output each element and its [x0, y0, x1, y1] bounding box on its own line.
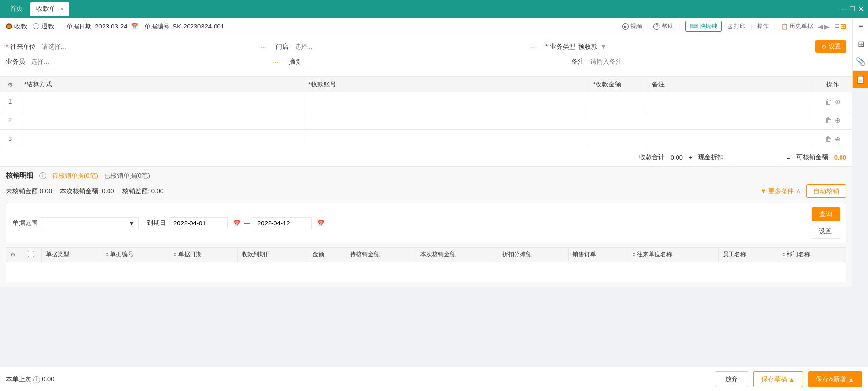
row-copy-icon[interactable]: ⊕: [835, 116, 841, 124]
query-button[interactable]: 查询: [812, 207, 840, 221]
radio-receipt[interactable]: 收款: [6, 22, 27, 31]
writeoff-section: 核销明细 i 待核销单据(0笔) 已核销单据(0笔) 未核销金额 0.00 本次…: [0, 167, 852, 287]
pending-link[interactable]: 待核销单据(0笔): [52, 171, 98, 180]
cell-settlement-3[interactable]: [20, 130, 304, 148]
remark-input[interactable]: [587, 56, 846, 67]
print-link[interactable]: 🖨 打印: [727, 22, 746, 30]
nav-prev[interactable]: ◀: [818, 23, 823, 30]
col-counterpart: ↕ 往来单位名称: [628, 248, 718, 262]
bottom-table-settings-icon[interactable]: ⚙: [10, 251, 16, 258]
footer-actions: 放弃 保存草稿 ▲ 保存&新增 ▲: [715, 371, 862, 387]
auto-writeoff-button[interactable]: 自动核销: [806, 184, 846, 198]
history-icon: 📋: [781, 23, 788, 30]
discount-input[interactable]: [732, 152, 781, 162]
bill-date-field: 单据日期 2023-03-24 📅: [66, 22, 138, 31]
select-all-checkbox[interactable]: [28, 251, 34, 257]
right-panel-btn-3[interactable]: 📎: [853, 53, 868, 71]
writeoff-info-icon[interactable]: i: [39, 172, 46, 179]
calendar-icon[interactable]: 📅: [131, 23, 138, 30]
more-conditions-link[interactable]: ▼ 更多条件 ∧: [760, 187, 801, 196]
table-section: ⚙ *结算方式 *收款账号 *收款金额 备注 操作: [0, 77, 852, 148]
main-table: ⚙ *结算方式 *收款账号 *收款金额 备注 操作: [0, 77, 852, 148]
cell-amount-3[interactable]: [589, 130, 648, 148]
table-row: 2 🗑 ⊕: [0, 111, 852, 130]
grid-view-btn[interactable]: ⊞: [840, 22, 846, 31]
help-link[interactable]: ? 帮助: [653, 22, 674, 30]
gear-icon: ⚙: [821, 43, 827, 50]
row-copy-icon[interactable]: ⊕: [835, 98, 841, 106]
save-draft-button[interactable]: 保存草稿 ▲: [753, 371, 804, 387]
filter-settings-button[interactable]: 设置: [811, 224, 840, 239]
tab-close-icon[interactable]: ×: [60, 6, 63, 12]
table-row: 1 🗑 ⊕: [0, 92, 852, 111]
window-maximize[interactable]: □: [850, 4, 855, 14]
save-new-button[interactable]: 保存&新增 ▲: [808, 371, 862, 387]
cell-remark-3[interactable]: [648, 130, 813, 148]
right-panel-btn-2[interactable]: ⊞: [853, 35, 868, 53]
nav-next[interactable]: ▶: [824, 23, 830, 30]
bill-number-field: 单据编号 SK-20230324-001: [144, 22, 225, 31]
window-close[interactable]: ✕: [858, 4, 864, 14]
store-more[interactable]: ···: [528, 43, 538, 51]
remark-field: 备注: [571, 56, 846, 67]
business-type-selector[interactable]: 预收款 ▼: [578, 42, 607, 51]
history-link[interactable]: 📋 历史单据: [781, 22, 813, 30]
filter-icon: ▼: [760, 187, 767, 195]
cell-amount-2[interactable]: [589, 111, 648, 130]
counterpart-more[interactable]: ···: [258, 43, 268, 51]
operation-link[interactable]: 操作: [757, 22, 769, 30]
col-amount: *收款金额: [589, 77, 648, 92]
table-row: 3 🗑 ⊕: [0, 130, 852, 148]
settings-button[interactable]: ⚙ 设置: [815, 40, 846, 53]
form-area: * 往来单位 ··· 门店 ··· * 业务类型 预收款 ▼ ⚙ 设置: [0, 35, 852, 77]
cell-remark-2[interactable]: [648, 111, 813, 130]
salesperson-input[interactable]: [28, 56, 268, 67]
writeoff-header: 核销明细 i 待核销单据(0笔) 已核销单据(0笔): [6, 171, 846, 180]
calendar-from-icon[interactable]: 📅: [233, 220, 241, 227]
list-view-btn[interactable]: ≡: [835, 22, 839, 31]
date-to-input[interactable]: [253, 217, 312, 229]
calendar-to-icon[interactable]: 📅: [317, 220, 325, 227]
tab-home[interactable]: 首页: [4, 2, 28, 16]
right-panel-btn-1[interactable]: ≡: [853, 18, 868, 35]
col-amount: 金额: [308, 248, 346, 262]
col-current-amount: 本次核销金额: [416, 248, 498, 262]
store-input[interactable]: [292, 41, 525, 52]
tab-current[interactable]: 收款单 ×: [30, 2, 69, 16]
cell-settlement-2[interactable]: [20, 111, 304, 130]
salesperson-more[interactable]: ···: [271, 58, 281, 66]
col-settlement: *结算方式: [20, 77, 304, 92]
row-copy-icon[interactable]: ⊕: [835, 135, 841, 143]
col-sales-order: 销售订单: [569, 248, 628, 262]
table-settings-icon[interactable]: ⚙: [7, 81, 13, 88]
window-minimize[interactable]: —: [839, 4, 847, 14]
date-from-input[interactable]: [169, 217, 228, 229]
row-delete-icon[interactable]: 🗑: [825, 116, 832, 124]
cell-account-1[interactable]: [304, 92, 589, 111]
cell-amount-1[interactable]: [589, 92, 648, 111]
tab-bar: 首页 收款单 × — □ ✕: [0, 0, 868, 18]
shortcut-button[interactable]: ⌨ 快捷键: [685, 21, 722, 32]
cell-remark-1[interactable]: [648, 92, 813, 111]
form-row-1: * 往来单位 ··· 门店 ··· * 业务类型 预收款 ▼ ⚙ 设置: [6, 40, 846, 53]
abstract-input[interactable]: [304, 56, 564, 67]
bottom-table: ⚙ 单据类型 ↕ 单据编号 ↕ 单据日期 收款到期日 金额 待核销金额 本次核销…: [6, 247, 846, 282]
form-row-2: 业务员 ··· 摘要 备注: [6, 56, 846, 67]
counterpart-input[interactable]: [39, 41, 255, 52]
cell-account-3[interactable]: [304, 130, 589, 148]
radio-refund[interactable]: 退款: [33, 22, 54, 31]
completed-link[interactable]: 已核销单据(0笔): [104, 171, 150, 180]
filter-row: 单据范围 ▼ 到期日 📅 — 📅 查询 设置: [6, 203, 846, 243]
video-link[interactable]: ▶ 视频: [622, 22, 642, 30]
right-panel-btn-4[interactable]: 📋: [853, 71, 868, 88]
range-select[interactable]: ▼: [41, 217, 139, 229]
toolbar: 收款 退款 单据日期 2023-03-24 📅 单据编号 SK-20230324…: [0, 18, 852, 35]
draft-arrow-icon: ▲: [789, 376, 795, 383]
row-delete-icon[interactable]: 🗑: [825, 98, 832, 106]
cell-account-2[interactable]: [304, 111, 589, 130]
abandon-button[interactable]: 放弃: [715, 371, 748, 387]
footer-basis: 本单上次 i 0.00: [6, 375, 54, 384]
col-bill-type: 单据类型: [42, 248, 101, 262]
cell-settlement-1[interactable]: [20, 92, 304, 111]
row-delete-icon[interactable]: 🗑: [825, 135, 832, 143]
